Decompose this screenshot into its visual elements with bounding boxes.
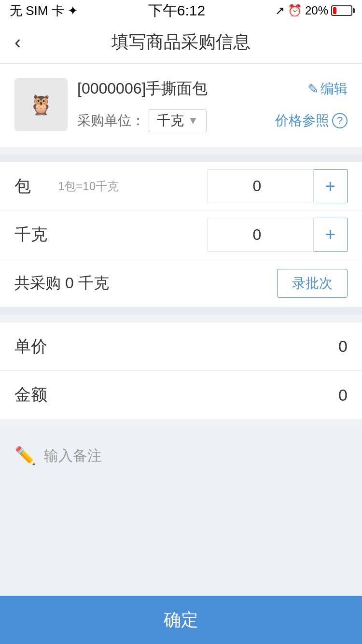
bag-label: 包 [14,175,53,197]
kg-input[interactable] [208,218,314,252]
location-icon: ↗ [275,4,285,17]
unit-price-value: 0 [338,337,348,356]
product-thumb-icon: 🦉 [29,94,53,116]
edit-link[interactable]: ✎ 编辑 [307,80,348,98]
price-ref-button[interactable]: 价格参照 ? [275,112,348,130]
product-info: [0000006]手撕面包 ✎ 编辑 采购单位： 千克 ▼ 价格参照 ? [77,78,348,132]
amount-value: 0 [338,386,348,405]
bag-input-right: + [208,169,348,203]
summary-row: 共采购 0 千克 录批次 [0,259,362,307]
sim-status: 无 SIM 卡 ✦ [10,2,78,19]
back-button[interactable]: ‹ [14,27,30,58]
separator-1 [0,154,362,162]
page-title: 填写商品采购信息 [111,30,251,54]
battery-icon [331,5,352,16]
product-thumbnail: 🦉 [14,78,68,131]
quantity-section: 包 1包=10千克 + 千克 + [0,162,362,259]
batch-button[interactable]: 录批次 [277,269,348,298]
summary-text: 共采购 0 千克 [14,273,277,294]
pencil-icon: ✏️ [14,446,36,466]
amount-row: 金额 0 [0,371,362,419]
remark-section[interactable]: ✏️ 输入备注 [0,427,362,485]
bag-hint: 1包=10千克 [58,179,208,194]
battery-percent: 20% [305,4,328,17]
confirm-button[interactable]: 确定 [0,596,362,644]
amount-label: 金额 [14,384,47,406]
unit-select[interactable]: 千克 ▼ [149,109,207,132]
kg-row: 千克 + [0,210,362,259]
status-right: ↗ ⏰ 20% [275,4,352,17]
status-time: 下午6:12 [148,1,205,21]
kg-plus-button[interactable]: + [314,218,348,252]
chevron-down-icon: ▼ [188,114,198,127]
product-name: [0000006]手撕面包 [77,78,208,99]
bag-row: 包 1包=10千克 + [0,162,362,210]
unit-label: 采购单位： [77,112,145,130]
edit-icon: ✎ [307,81,319,97]
product-card: 🦉 [0000006]手撕面包 ✎ 编辑 采购单位： 千克 ▼ 价格参照 ? [0,64,362,147]
nav-bar: ‹ 填写商品采购信息 [0,21,362,64]
bag-plus-button[interactable]: + [314,169,348,203]
unit-value: 千克 [157,112,184,130]
price-ref-label: 价格参照 [275,112,329,130]
remark-placeholder: 输入备注 [44,446,102,466]
unit-price-row: 单价 0 [0,322,362,371]
kg-label: 千克 [14,224,53,246]
unit-price-label: 单价 [14,336,47,358]
bag-input[interactable] [208,169,314,203]
status-bar: 无 SIM 卡 ✦ 下午6:12 ↗ ⏰ 20% [0,0,362,21]
separator-2 [0,307,362,315]
price-section: 单价 0 金额 0 [0,322,362,419]
edit-label[interactable]: 编辑 [320,80,348,98]
alarm-icon: ⏰ [288,4,302,17]
status-left: 无 SIM 卡 ✦ [10,2,78,19]
kg-input-right: + [208,218,348,252]
question-icon: ? [332,113,348,128]
